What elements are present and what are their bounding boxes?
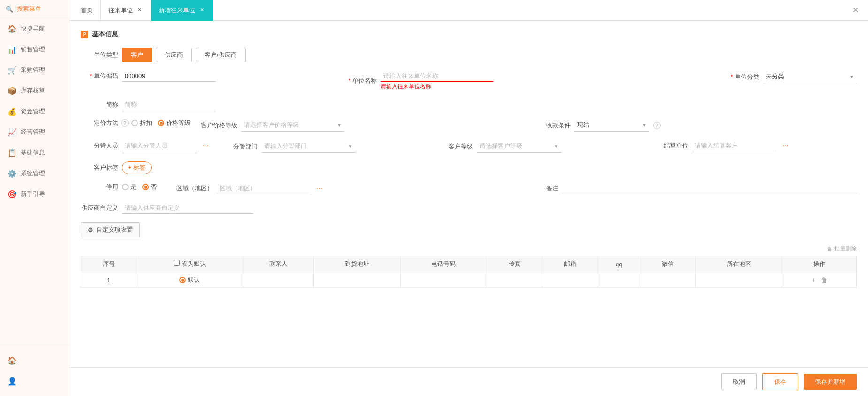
disable-no-option[interactable]: 否	[142, 183, 157, 191]
pricing-radio-group: 折扣 价格等级	[131, 119, 190, 127]
row-address	[314, 272, 400, 288]
tab-counterparty[interactable]: 往来单位✕	[101, 0, 151, 21]
form-content: P 基本信息 单位类型 客户供应商客户/供应商 单位编码 单位名称 请输入往来单…	[69, 21, 868, 367]
region-more-btn[interactable]: ···	[314, 184, 324, 193]
sidebar-item-operations[interactable]: 📈经营管理	[0, 122, 69, 142]
cancel-button[interactable]: 取消	[721, 373, 757, 390]
manager-more-btn[interactable]: ···	[201, 141, 211, 150]
manager-label: 分管人员	[81, 141, 118, 150]
sidebar-item-bottom-1[interactable]: 🏠	[0, 350, 69, 371]
manager-input[interactable]	[122, 140, 197, 151]
sidebar: 🔍 搜索菜单 🏠快捷导航📊销售管理🛒采购管理📦库存核算💰资金管理📈经营管理📋基础…	[0, 0, 69, 396]
close-all-tabs[interactable]: ✕	[847, 6, 864, 15]
sidebar-item-finance[interactable]: 💰资金管理	[0, 101, 69, 122]
settlement-input[interactable]	[692, 140, 777, 151]
pricing-discount-option[interactable]: 折扣	[131, 119, 152, 127]
pricing-level-label: 价格等级	[166, 119, 190, 127]
tab-new-counterparty[interactable]: 新增往来单位✕	[151, 0, 213, 21]
short-name-label: 简称	[81, 101, 118, 109]
section-title: 基本信息	[92, 30, 118, 39]
search-menu-label: 搜索菜单	[17, 5, 41, 13]
sidebar-item-purchase[interactable]: 🛒采购管理	[0, 60, 69, 80]
pricing-level-radio[interactable]	[158, 120, 164, 126]
payment-terms-select[interactable]: 现结 ▼	[574, 119, 649, 132]
unit-type-customer-btn[interactable]: 客户	[122, 48, 152, 62]
col-header-7: qq	[598, 256, 640, 272]
quick-nav-icon: 🏠	[8, 24, 17, 33]
pricing-discount-radio[interactable]	[131, 120, 138, 126]
unit-name-error: 请输入往来单位名称	[381, 83, 493, 91]
tab-close-new-counterparty[interactable]: ✕	[198, 7, 206, 14]
unit-code-field: 单位编码	[81, 70, 339, 82]
settlement-label: 结算单位	[651, 141, 688, 150]
sidebar-item-sales[interactable]: 📊销售管理	[0, 39, 69, 60]
sidebar-item-quick-nav[interactable]: 🏠快捷导航	[0, 18, 69, 39]
unit-type-group: 客户供应商客户/供应商	[122, 48, 246, 62]
col-header-9: 所在地区	[696, 256, 782, 272]
short-name-input[interactable]	[122, 99, 216, 110]
payment-terms-label: 收款条件	[533, 121, 571, 130]
row-index: 1	[81, 272, 137, 288]
add-tag-label: + 标签	[128, 163, 145, 172]
sidebar-item-guide[interactable]: 🎯新手引导	[0, 184, 69, 204]
disable-yes-option[interactable]: 是	[122, 183, 137, 191]
remarks-input[interactable]	[562, 183, 857, 194]
disable-yes-radio[interactable]	[122, 184, 129, 190]
disable-label: 停用	[81, 183, 118, 191]
col-header-4: 电话号码	[400, 256, 487, 272]
customer-price-select[interactable]: 请选择客户价格等级 ▼	[241, 119, 344, 132]
unit-code-input[interactable]	[122, 70, 216, 82]
save-new-button[interactable]: 保存并新增	[804, 374, 857, 390]
sidebar-item-system[interactable]: ⚙️系统管理	[0, 163, 69, 184]
finance-icon: 💰	[8, 107, 17, 116]
tab-home[interactable]: 首页	[73, 0, 101, 21]
department-select[interactable]: 请输入分管部门 ▼	[261, 140, 355, 153]
row-contact	[243, 272, 313, 288]
sidebar-item-label: 基础信息	[21, 148, 45, 157]
settlement-more-btn[interactable]: ···	[780, 141, 790, 150]
supplier-custom-input[interactable]	[122, 202, 253, 214]
customer-level-select[interactable]: 请选择客户等级 ▼	[477, 140, 561, 153]
add-tag-btn[interactable]: + 标签	[122, 161, 152, 174]
sidebar-item-inventory[interactable]: 📦库存核算	[0, 80, 69, 101]
payment-help-icon[interactable]: ?	[653, 122, 661, 129]
default-radio[interactable]	[179, 277, 186, 283]
pricing-help-icon[interactable]: ?	[121, 119, 129, 127]
add-row-btn[interactable]: +	[809, 275, 817, 285]
custom-settings-btn[interactable]: ⚙ 自定义项设置	[81, 222, 140, 237]
pricing-field: 定价方法 ? 折扣 价格等级	[81, 119, 190, 127]
code-name-row: 单位编码 单位名称 请输入往来单位名称 单位分类 未分类 ▼	[81, 70, 857, 91]
pricing-level-option[interactable]: 价格等级	[158, 119, 190, 127]
row-email	[542, 272, 598, 288]
short-name-field: 简称	[81, 99, 857, 110]
tag-field: 客户标签 + 标签	[81, 161, 857, 174]
disable-radio-group: 是 否	[122, 183, 157, 191]
delete-row-btn[interactable]: 🗑	[819, 275, 829, 285]
unit-name-label: 单位名称	[339, 77, 377, 85]
payment-terms-field: 收款条件 现结 ▼ ?	[524, 119, 857, 132]
unit-category-select[interactable]: 未分类 ▼	[763, 70, 857, 83]
disable-no-radio[interactable]	[142, 184, 149, 190]
pricing-row: 定价方法 ? 折扣 价格等级 客户价格等级 请选择客户价格等级	[81, 119, 857, 132]
tabbar: 首页往来单位✕新增往来单位✕ ✕	[69, 0, 868, 21]
sidebar-item-basic[interactable]: 📋基础信息	[0, 142, 69, 163]
sidebar-item-bottom-2[interactable]: 👤	[0, 371, 69, 391]
delete-icon: 🗑	[827, 246, 832, 252]
batch-delete-area[interactable]: 🗑 批量删除	[81, 245, 857, 253]
save-button[interactable]: 保存	[762, 373, 798, 390]
region-input[interactable]	[217, 183, 311, 194]
table-row: 1 默认 + 🗑	[81, 272, 857, 288]
row-default[interactable]: 默认	[137, 272, 243, 288]
tab-close-counterparty[interactable]: ✕	[136, 7, 143, 14]
unit-type-supplier-btn[interactable]: 供应商	[156, 48, 192, 62]
unit-name-wrapper: 请输入往来单位名称	[381, 70, 493, 91]
unit-type-both-btn[interactable]: 客户/供应商	[196, 48, 246, 62]
row-fax	[487, 272, 542, 288]
customer-price-placeholder: 请选择客户价格等级	[244, 121, 299, 129]
row-qq	[598, 272, 640, 288]
unit-category-field: 单位分类 未分类 ▼	[598, 70, 857, 83]
contacts-table: 序号 设为默认联系人到货地址电话号码传真邮箱qq微信所在地区操作 1 默认 + …	[81, 256, 857, 288]
unit-name-input[interactable]	[381, 70, 493, 82]
search-menu[interactable]: 🔍 搜索菜单	[0, 0, 69, 18]
select-all-checkbox[interactable]	[174, 260, 180, 266]
